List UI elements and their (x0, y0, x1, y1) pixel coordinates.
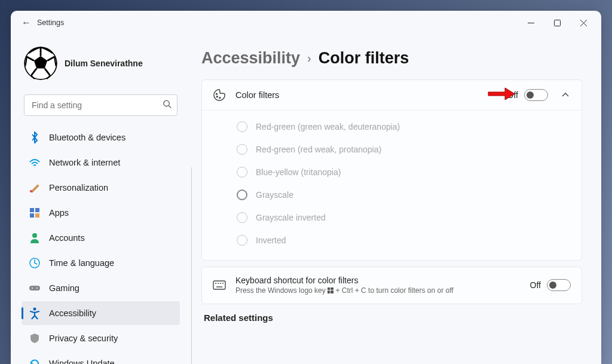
svg-rect-22 (213, 281, 225, 289)
sidebar-item-accessibility[interactable]: Accessibility (22, 301, 180, 325)
breadcrumb-current: Color filters (319, 49, 409, 68)
svg-rect-10 (35, 208, 39, 212)
apps-icon (29, 207, 41, 219)
svg-line-7 (169, 106, 171, 108)
svg-rect-12 (35, 213, 39, 218)
svg-point-13 (32, 233, 37, 238)
avatar (24, 47, 57, 80)
sidebar-item-apps[interactable]: Apps (22, 201, 180, 225)
nav-label: Time & language (49, 258, 114, 268)
sidebar-item-gaming[interactable]: Gaming (22, 276, 180, 300)
back-button[interactable]: ← (16, 17, 37, 28)
person-icon (29, 232, 41, 244)
clock-globe-icon (29, 257, 41, 269)
nav-label: Accounts (49, 233, 85, 243)
sidebar-item-network[interactable]: Network & internet (22, 151, 180, 175)
search-box (24, 94, 178, 116)
nav-list: Bluetooth & devices Network & internet P… (22, 124, 180, 364)
brush-icon (29, 182, 41, 194)
svg-point-20 (216, 96, 218, 97)
svg-point-18 (33, 308, 36, 311)
nav-label: Gaming (49, 283, 79, 293)
breadcrumb-parent[interactable]: Accessibility (201, 49, 300, 68)
window-title: Settings (37, 19, 64, 27)
search-icon (163, 100, 172, 111)
search-input[interactable] (24, 94, 178, 116)
sidebar-item-accounts[interactable]: Accounts (22, 226, 180, 250)
svg-rect-28 (328, 287, 330, 290)
sidebar-item-bluetooth[interactable]: Bluetooth & devices (22, 126, 180, 149)
palette-icon (213, 88, 226, 102)
arrow-annotation-icon (487, 87, 515, 103)
option-label: Inverted (256, 235, 286, 245)
update-icon (29, 357, 41, 364)
sidebar-item-time[interactable]: Time & language (22, 251, 180, 275)
svg-rect-11 (30, 213, 34, 218)
option-inverted[interactable]: Inverted (237, 229, 571, 252)
option-deuteranopia[interactable]: Red-green (green weak, deuteranopia) (237, 115, 571, 138)
maximize-button[interactable] (544, 12, 570, 33)
windows-key-icon (328, 287, 333, 295)
svg-point-21 (219, 97, 221, 99)
shortcut-header: Keyboard shortcut for color filters Pres… (202, 267, 582, 304)
filter-options: Red-green (green weak, deuteranopia) Red… (202, 111, 582, 260)
nav-label: Bluetooth & devices (49, 133, 126, 142)
user-profile[interactable]: Dilum Senevirathne (22, 41, 180, 92)
related-settings-heading: Related settings (201, 313, 582, 323)
accessibility-icon (29, 307, 41, 319)
minimize-button[interactable] (518, 12, 544, 33)
svg-point-19 (216, 93, 218, 94)
color-filters-header: Color filters Off (202, 80, 582, 111)
breadcrumb: Accessibility › Color filters (201, 49, 582, 68)
shield-icon (29, 332, 41, 344)
option-label: Blue-yellow (tritanopia) (256, 167, 341, 177)
sidebar-item-personalization[interactable]: Personalization (22, 176, 180, 200)
option-label: Red-green (green weak, deuteranopia) (256, 122, 400, 131)
close-button[interactable] (570, 12, 596, 33)
shortcut-subtitle: Press the Windows logo key + Ctrl + C to… (235, 286, 521, 295)
shortcut-title: Keyboard shortcut for color filters (235, 276, 521, 285)
svg-point-8 (30, 190, 32, 192)
settings-window: ← Settings Dilum Senevirathne (11, 11, 601, 364)
svg-point-6 (164, 100, 169, 106)
color-filters-panel: Color filters Off Red-green (green weak,… (201, 79, 582, 261)
nav-label: Apps (49, 208, 69, 218)
option-label: Grayscale (256, 190, 293, 200)
bluetooth-icon (29, 131, 41, 143)
username: Dilum Senevirathne (65, 59, 143, 68)
sidebar: Dilum Senevirathne Bluetooth & devices N… (11, 35, 187, 364)
svg-point-16 (32, 287, 33, 289)
shortcut-toggle[interactable] (547, 279, 571, 291)
main-content: Accessibility › Color filters Color filt… (187, 35, 601, 364)
sidebar-item-update[interactable]: Windows Update (22, 351, 180, 364)
nav-label: Accessibility (49, 308, 96, 318)
sidebar-item-privacy[interactable]: Privacy & security (22, 326, 180, 350)
option-grayscale[interactable]: Grayscale (237, 183, 571, 206)
panel-title: Color filters (235, 90, 498, 100)
color-filters-toggle[interactable] (524, 89, 548, 101)
nav-label: Windows Update (49, 359, 115, 364)
toggle-state-label: Off (530, 280, 541, 290)
svg-rect-15 (29, 286, 40, 290)
titlebar: ← Settings (11, 11, 601, 35)
keyboard-shortcut-panel: Keyboard shortcut for color filters Pres… (201, 267, 582, 304)
option-label: Red-green (red weak, protanopia) (256, 145, 381, 154)
option-tritanopia[interactable]: Blue-yellow (tritanopia) (237, 161, 571, 183)
nav-label: Network & internet (49, 158, 120, 167)
nav-label: Personalization (49, 183, 108, 192)
chevron-up-icon[interactable] (561, 90, 571, 100)
svg-point-17 (36, 287, 38, 289)
option-grayscale-inverted[interactable]: Grayscale inverted (237, 206, 571, 229)
gamepad-icon (29, 282, 41, 294)
chevron-right-icon: › (307, 51, 311, 65)
svg-rect-9 (30, 208, 34, 212)
option-label: Grayscale inverted (256, 213, 326, 222)
svg-rect-30 (328, 290, 330, 293)
network-icon (29, 157, 41, 169)
svg-rect-1 (554, 20, 560, 26)
keyboard-icon (213, 279, 226, 292)
option-protanopia[interactable]: Red-green (red weak, protanopia) (237, 138, 571, 161)
nav-label: Privacy & security (49, 334, 118, 343)
